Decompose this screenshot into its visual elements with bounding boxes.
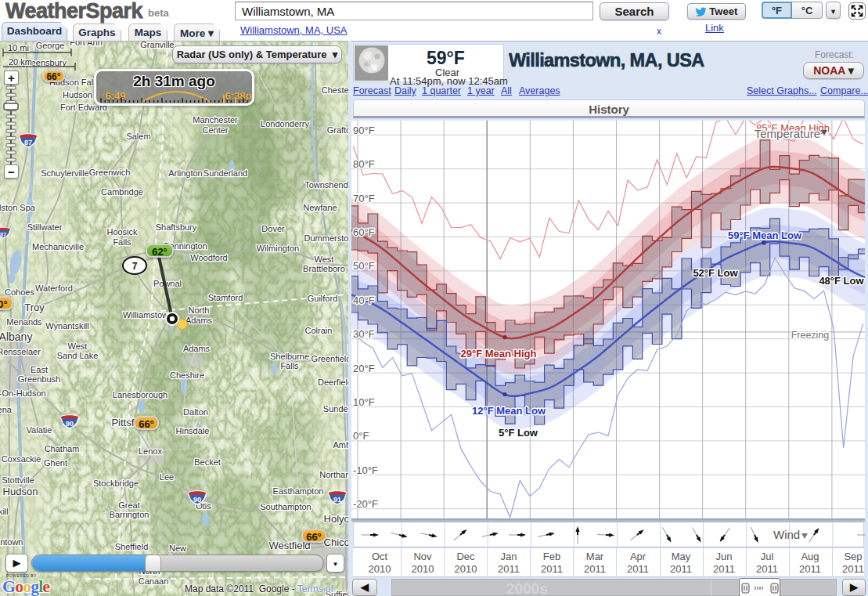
svg-text:Granville: Granville [140,42,174,49]
svg-text:Holyoke: Holyoke [324,513,348,525]
svg-text:-20°F: -20°F [353,498,378,510]
svg-text:New: New [169,544,186,553]
svg-text:10°F: 10°F [353,396,375,408]
svg-text:Chester: Chester [322,85,348,95]
svg-text:Troy: Troy [24,302,45,313]
svg-text:Stockbridge: Stockbridge [93,479,139,488]
svg-text:0°F: 0°F [353,430,369,442]
svg-text:Amherst: Amherst [333,440,348,450]
svg-text:20°F: 20°F [353,363,375,374]
svg-text:Great: Great [118,500,140,510]
svg-text:Manchester: Manchester [193,115,238,125]
svg-text:Schuylerville: Schuylerville [41,168,89,178]
svg-text:Shaftsbury: Shaftsbury [156,222,197,232]
svg-text:Chicopee: Chicopee [324,536,348,548]
svg-text:Sand Lake: Sand Lake [57,351,99,360]
svg-text:East: East [31,365,48,374]
svg-text:Sheffield: Sheffield [115,542,149,551]
svg-text:Lanesborough: Lanesborough [113,390,167,399]
svg-text:Dalton: Dalton [183,407,208,417]
svg-text:Germantown: Germantown [0,537,23,547]
svg-text:Falls: Falls [113,237,131,247]
svg-text:90°F: 90°F [353,125,375,136]
svg-text:48°F Low: 48°F Low [819,275,864,287]
svg-text:10 mi: 10 mi [8,43,29,52]
svg-text:30°F: 30°F [353,328,375,340]
svg-text:Guilford: Guilford [308,294,338,303]
svg-text:40°F: 40°F [353,294,375,306]
svg-text:Cohoes: Cohoes [5,287,34,297]
svg-text:Shelburne: Shelburne [270,352,309,361]
svg-text:60°F: 60°F [353,226,375,238]
svg-text:Hinsdale: Hinsdale [176,426,210,435]
svg-text:Wind: Wind [773,528,800,541]
svg-text:Rensselaer: Rensselaer [0,347,41,356]
svg-text:52°F Low: 52°F Low [693,267,738,279]
svg-text:Barrington: Barrington [110,510,149,519]
svg-text:Hudson: Hudson [63,90,92,99]
svg-text:Salem: Salem [126,132,150,141]
svg-text:Center: Center [202,125,228,135]
svg-text:Sunderland: Sunderland [323,404,348,414]
svg-text:59°F Mean Low: 59°F Mean Low [728,229,802,241]
svg-text:50°F: 50°F [353,260,375,272]
svg-text:80°F: 80°F [353,158,375,170]
svg-text:Adams: Adams [185,316,213,325]
svg-text:Adams: Adams [183,344,211,353]
svg-text:Ballston Spa: Ballston Spa [0,203,36,212]
svg-text:Cambridge: Cambridge [101,187,143,197]
svg-text:Valatie: Valatie [27,425,52,435]
svg-text:Albany: Albany [0,331,32,343]
svg-text:Catskill: Catskill [0,507,9,516]
svg-text:Coxsackie: Coxsackie [2,454,41,464]
svg-text:Brattleboro: Brattleboro [303,264,345,273]
svg-text:Freezing: Freezing [791,330,830,341]
svg-text:90: 90 [193,496,201,504]
svg-text:7: 7 [132,261,138,272]
svg-text:Mechanicville: Mechanicville [32,242,84,251]
svg-text:Dover: Dover [261,224,285,233]
svg-text:Townshend: Townshend [304,180,348,190]
svg-text:Newfane: Newfane [303,203,337,212]
svg-text:Lee: Lee [160,472,174,482]
svg-text:Lenox: Lenox [139,446,162,456]
svg-text:Ravena: Ravena [0,405,13,414]
svg-text:Becket: Becket [194,457,221,467]
svg-text:Deerfield: Deerfield [318,377,348,387]
svg-text:Stillwater: Stillwater [27,222,63,232]
svg-text:West: West [68,341,88,351]
svg-text:Chatham: Chatham [45,444,80,453]
svg-text:5°F Low: 5°F Low [499,427,538,439]
svg-text:20 km: 20 km [9,57,32,67]
svg-text:Pownal: Pownal [153,279,182,288]
svg-text:Wilmington: Wilmington [257,244,299,253]
svg-text:Stottville: Stottville [2,475,34,485]
svg-text:Canaan: Canaan [139,576,169,586]
svg-text:Stamford: Stamford [208,293,243,302]
svg-text:Dummerston: Dummerston [304,233,348,243]
svg-text:70°F: 70°F [353,193,375,204]
svg-text:Greenwich: Greenwich [89,168,131,177]
svg-text:Wynantskill: Wynantskill [45,321,89,331]
svg-text:87: 87 [0,231,6,238]
svg-text:Ghent: Ghent [44,458,67,468]
svg-text:Grafton: Grafton [327,125,348,135]
svg-text:87: 87 [24,139,32,146]
svg-text:Temperature: Temperature [755,127,820,140]
svg-text:12°F Mean Low: 12°F Mean Low [472,405,546,417]
svg-text:Waterford: Waterford [35,284,73,293]
svg-text:Hudson: Hudson [3,486,38,497]
svg-text:Greenbush: Greenbush [18,374,60,384]
svg-text:Cheshire: Cheshire [170,370,204,380]
svg-text:Menands: Menands [6,317,42,327]
svg-text:Woodford: Woodford [190,253,228,262]
svg-text:Sunderland: Sunderland [203,168,247,178]
svg-text:West: West [315,255,334,264]
svg-text:Arlington: Arlington [168,168,202,178]
svg-text:29°F Mean High: 29°F Mean High [461,348,537,359]
svg-text:91: 91 [333,496,341,504]
svg-text:Colrain: Colrain [305,326,333,335]
svg-text:Hoosick: Hoosick [106,227,138,237]
svg-text:North: North [189,305,210,315]
svg-text:Londonderry: Londonderry [261,119,309,128]
